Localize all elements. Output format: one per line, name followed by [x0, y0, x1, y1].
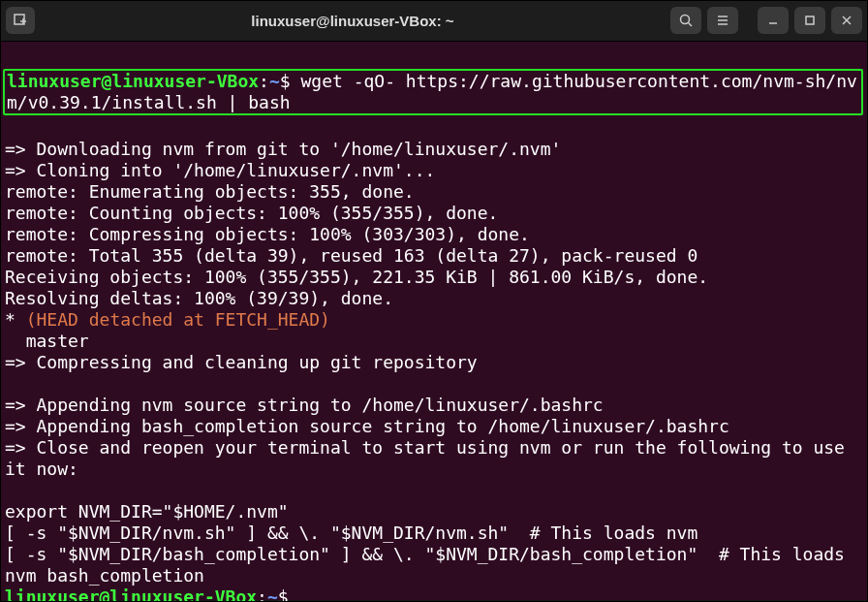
- output-line: => Downloading nvm from git to '/home/li…: [5, 139, 561, 159]
- output-line: Resolving deltas: 100% (39/39), done.: [5, 288, 393, 308]
- output-line: master: [5, 331, 89, 351]
- prompt-separator: :: [259, 71, 269, 91]
- output-line: Receiving objects: 100% (355/355), 221.3…: [5, 267, 708, 287]
- terminal-viewport[interactable]: linuxuser@linuxuser-VBox:~$ wget -qO- ht…: [0, 42, 868, 600]
- output-line: [ -s "$NVM_DIR/nvm.sh" ] && \. "$NVM_DIR…: [5, 523, 698, 543]
- window-titlebar: linuxuser@linuxuser-VBox: ~: [0, 0, 868, 42]
- prompt-user: linuxuser@linuxuser-VBox: [5, 586, 257, 602]
- output-line: => Cloning into '/home/linuxuser/.nvm'..…: [5, 160, 435, 180]
- close-button[interactable]: [831, 7, 862, 34]
- output-line: [ -s "$NVM_DIR/bash_completion" ] && \. …: [5, 544, 855, 586]
- maximize-button[interactable]: [794, 7, 825, 34]
- prompt-dollar: $: [280, 71, 301, 91]
- output-line: => Close and reopen your terminal to sta…: [5, 437, 855, 479]
- output-line: *: [5, 309, 26, 330]
- prompt-user: linuxuser@linuxuser-VBox: [7, 71, 259, 91]
- output-line: remote: Compressing objects: 100% (303/3…: [5, 224, 530, 244]
- svg-rect-9: [806, 16, 814, 24]
- window-title: linuxuser@linuxuser-VBox: ~: [41, 13, 665, 29]
- head-detached-note: (HEAD detached at FETCH_HEAD): [26, 309, 330, 330]
- prompt-dollar: $: [278, 586, 299, 602]
- output-line: => Compressing and cleaning up git repos…: [5, 352, 478, 372]
- prompt-cwd: ~: [267, 586, 278, 602]
- minimize-button[interactable]: [758, 7, 789, 34]
- output-line: export NVM_DIR="$HOME/.nvm": [5, 501, 289, 522]
- hamburger-menu-button[interactable]: [707, 7, 738, 34]
- output-line: remote: Counting objects: 100% (355/355)…: [5, 203, 498, 223]
- svg-line-4: [689, 23, 693, 27]
- search-button[interactable]: [670, 7, 701, 34]
- output-line: remote: Enumerating objects: 355, done.: [5, 181, 415, 202]
- prompt-cwd: ~: [269, 71, 280, 91]
- highlighted-command-region: linuxuser@linuxuser-VBox:~$ wget -qO- ht…: [3, 69, 863, 115]
- svg-point-3: [681, 16, 690, 24]
- output-line: remote: Total 355 (delta 39), reused 163…: [5, 245, 698, 266]
- output-line: => Appending bash_completion source stri…: [5, 416, 729, 436]
- new-tab-button[interactable]: [6, 7, 35, 34]
- prompt-separator: :: [257, 586, 267, 602]
- output-line: => Appending nvm source string to /home/…: [5, 395, 604, 415]
